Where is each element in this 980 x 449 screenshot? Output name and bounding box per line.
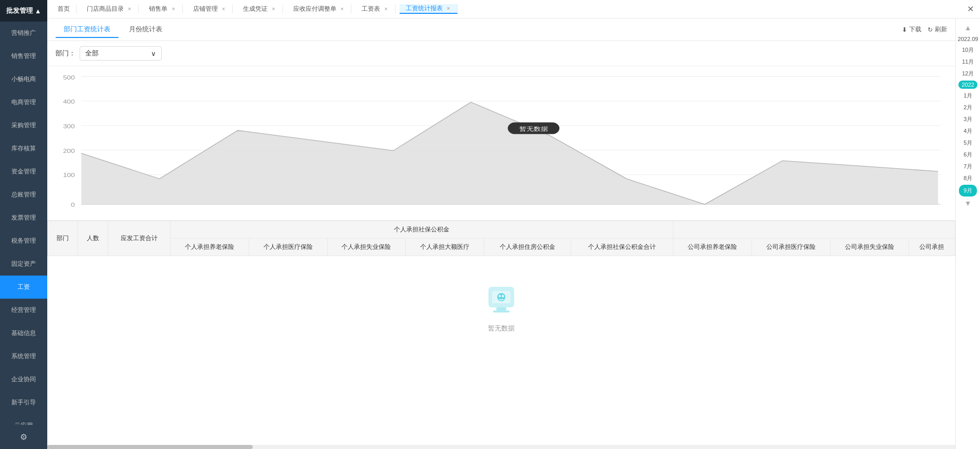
sidebar-footer[interactable]: ⚙ — [0, 425, 47, 449]
sidebar-item-purchase[interactable]: 采购管理 — [0, 114, 47, 137]
timeline-month-8[interactable]: 8月 — [956, 172, 980, 184]
sidebar-item-assets[interactable]: 固定资产 — [0, 252, 47, 276]
tab-label-voucher: 生成凭证 — [243, 5, 268, 13]
tab-bar: 首页门店商品目录×销售单×店铺管理×生成凭证×应收应付调整单×工资表×工资统计报… — [47, 0, 980, 18]
sidebar-item-finance[interactable]: 资金管理 — [0, 160, 47, 183]
tab-bar-close-btn[interactable]: ✕ — [965, 3, 976, 15]
timeline-month-2[interactable]: 2月 — [956, 102, 980, 113]
timeline-month-6[interactable]: 6月 — [956, 149, 980, 161]
sidebar-item-operation[interactable]: 经营管理 — [0, 299, 47, 322]
sidebar-item-tax[interactable]: 税务管理 — [0, 229, 47, 252]
tab-label-store-mgmt: 店铺管理 — [193, 5, 218, 13]
timeline-month-9[interactable]: 9月 — [959, 185, 977, 197]
tab-close-voucher[interactable]: × — [271, 6, 276, 12]
empty-icon — [481, 277, 522, 318]
refresh-icon: ↻ — [928, 26, 933, 33]
content-area: 部门工资统计表月份统计表 ⬇ 下载 ↻ 刷新 部门： 全部 ∨ — [47, 18, 980, 449]
col-company-insurance-group — [673, 221, 955, 239]
dept-filter-label: 部门： — [55, 49, 76, 58]
col-personal-total: 个人承担社保公积金合计 — [571, 239, 673, 256]
download-label: 下载 — [909, 25, 921, 34]
chart-area: 500 400 300 200 100 0 — [47, 66, 955, 220]
tab-store-mgmt[interactable]: 店铺管理× — [187, 5, 233, 13]
page-content: 部门工资统计表月份统计表 ⬇ 下载 ↻ 刷新 部门： 全部 ∨ — [47, 18, 955, 449]
col-company-medical: 公司承担医疗保险 — [752, 239, 831, 256]
tab-store-catalog[interactable]: 门店商品目录× — [81, 5, 139, 13]
timeline-down-arrow[interactable]: ▼ — [963, 197, 974, 209]
timeline-month-12[interactable]: 12月 — [956, 68, 980, 80]
sidebar-item-cloud[interactable]: 云应用 — [0, 414, 47, 425]
chart-svg: 500 400 300 200 100 0 — [55, 71, 947, 215]
sidebar: 批发管理 ▲ 营销推广销售管理小畅电商电商管理采购管理库存核算资金管理总账管理发… — [0, 0, 47, 449]
tab-label-salary-report: 工资统计报表 — [406, 4, 443, 13]
empty-state: 暂无数据 — [48, 256, 955, 354]
timeline-month-3[interactable]: 3月 — [956, 113, 980, 125]
scrollbar-thumb[interactable] — [47, 445, 253, 449]
tab-label-sales-order: 销售单 — [149, 5, 167, 13]
timeline-up-arrow[interactable]: ▲ — [963, 22, 974, 34]
sub-tab-bar: 部门工资统计表月份统计表 ⬇ 下载 ↻ 刷新 — [47, 18, 955, 41]
col-company-unemployment: 公司承担失业保险 — [831, 239, 909, 256]
table-header-row2: 个人承担养老保险 个人承担医疗保险 个人承担失业保险 个人承担大额医疗 个人承担… — [48, 239, 955, 256]
dept-filter-select[interactable]: 全部 ∨ — [80, 46, 162, 61]
timeline-month-7[interactable]: 7月 — [956, 161, 980, 172]
sidebar-item-marketing[interactable]: 营销推广 — [0, 22, 47, 45]
col-personal-unemployment: 个人承担失业保险 — [327, 239, 406, 256]
sidebar-item-ecommerce[interactable]: 电商管理 — [0, 91, 47, 114]
tab-close-payroll[interactable]: × — [383, 6, 388, 12]
svg-point-18 — [499, 295, 501, 297]
svg-point-19 — [502, 295, 504, 297]
svg-rect-21 — [493, 310, 510, 313]
tab-salary-report[interactable]: 工资统计报表× — [400, 4, 458, 14]
svg-text:400: 400 — [63, 99, 75, 105]
svg-text:300: 300 — [63, 123, 75, 130]
sidebar-header[interactable]: 批发管理 ▲ — [0, 0, 47, 22]
sidebar-item-salary[interactable]: 工资 — [0, 276, 47, 299]
timeline-panel: ▲ 2022.09 10月 11月 12月 2022 1月 2月 3月 4月 5… — [955, 18, 980, 449]
sidebar-collapse-icon: ▲ — [35, 7, 42, 15]
tab-voucher[interactable]: 生成凭证× — [237, 5, 282, 13]
tab-label-adjustment: 应收应付调整单 — [293, 5, 336, 13]
download-button[interactable]: ⬇ 下载 — [902, 25, 921, 34]
sidebar-item-invoice[interactable]: 发票管理 — [0, 206, 47, 229]
table-scrollbar[interactable] — [47, 445, 955, 449]
timeline-year-2022[interactable]: 2022 — [958, 81, 977, 89]
tab-label-home: 首页 — [58, 5, 70, 13]
timeline-month-5[interactable]: 5月 — [956, 137, 980, 149]
settings-icon: ⚙ — [20, 433, 27, 441]
chevron-down-icon: ∨ — [151, 50, 156, 57]
tab-sales-order[interactable]: 销售单× — [143, 5, 182, 13]
main-area: 首页门店商品目录×销售单×店铺管理×生成凭证×应收应付调整单×工资表×工资统计报… — [47, 0, 980, 449]
col-personal-housing-fund: 个人承担住房公积金 — [484, 239, 571, 256]
sidebar-item-ledger[interactable]: 总账管理 — [0, 183, 47, 206]
sub-tab-dept-salary[interactable]: 部门工资统计表 — [55, 22, 119, 38]
sidebar-item-sales[interactable]: 销售管理 — [0, 45, 47, 68]
sidebar-item-system[interactable]: 系统管理 — [0, 345, 47, 368]
sidebar-item-inventory[interactable]: 库存核算 — [0, 137, 47, 160]
col-personal-pension: 个人承担养老保险 — [170, 239, 249, 256]
tab-close-salary-report[interactable]: × — [446, 5, 451, 12]
tab-close-store-catalog[interactable]: × — [127, 6, 132, 12]
tab-home[interactable]: 首页 — [51, 5, 77, 13]
sidebar-item-ecommerce-small[interactable]: 小畅电商 — [0, 68, 47, 91]
timeline-month-4[interactable]: 4月 — [956, 125, 980, 137]
table-header-row1: 部门 人数 应发工资合计 个人承担社保公积金 — [48, 221, 955, 239]
tab-adjustment[interactable]: 应收应付调整单× — [287, 5, 351, 13]
tab-bar-actions: 首页门店商品目录×销售单×店铺管理×生成凭证×应收应付调整单×工资表×工资统计报… — [47, 4, 961, 14]
tab-payroll[interactable]: 工资表× — [355, 5, 395, 13]
sidebar-nav: 营销推广销售管理小畅电商电商管理采购管理库存核算资金管理总账管理发票管理税务管理… — [0, 22, 47, 425]
sidebar-item-basic[interactable]: 基础信息 — [0, 322, 47, 345]
timeline-month-1[interactable]: 1月 — [956, 90, 980, 102]
col-personal-medical: 个人承担医疗保险 — [249, 239, 327, 256]
tab-close-adjustment[interactable]: × — [340, 6, 345, 12]
sidebar-item-cooperation[interactable]: 企业协同 — [0, 368, 47, 391]
tab-close-sales-order[interactable]: × — [171, 6, 176, 12]
col-personal-major-medical: 个人承担大额医疗 — [406, 239, 484, 256]
sidebar-item-guide[interactable]: 新手引导 — [0, 391, 47, 414]
tab-close-store-mgmt[interactable]: × — [221, 6, 226, 12]
sub-tab-month-stats[interactable]: 月份统计表 — [121, 22, 171, 38]
timeline-month-11[interactable]: 11月 — [956, 56, 980, 68]
timeline-month-10[interactable]: 10月 — [956, 44, 980, 56]
refresh-button[interactable]: ↻ 刷新 — [928, 25, 947, 34]
col-dept: 部门 — [48, 221, 78, 256]
